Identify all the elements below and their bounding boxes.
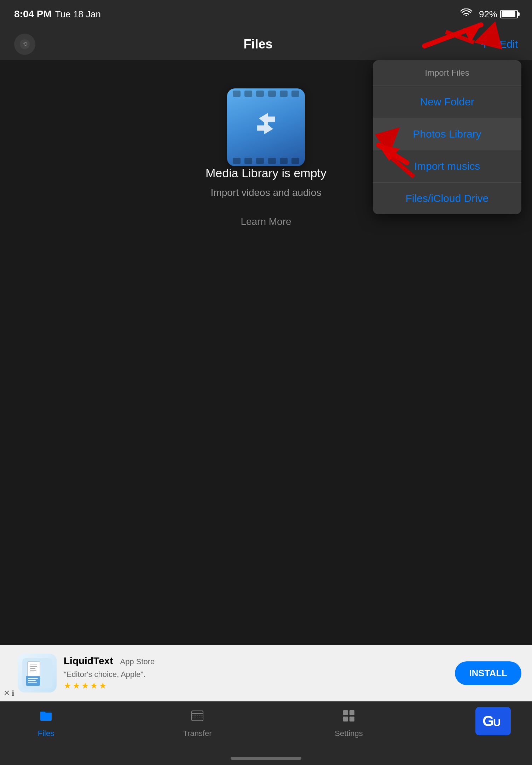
dropdown-header: Import Files <box>373 60 521 86</box>
battery-icon <box>500 10 518 18</box>
battery-percent: 92% <box>479 9 497 20</box>
svg-rect-18 <box>28 678 38 679</box>
film-notch <box>256 91 264 97</box>
tab-files[interactable]: Files <box>21 709 71 738</box>
star-4: ★ <box>90 681 98 691</box>
svg-rect-29 <box>343 717 348 721</box>
svg-rect-15 <box>30 670 36 671</box>
star-2: ★ <box>73 681 80 691</box>
film-notch <box>291 91 299 97</box>
ad-app-icon <box>18 654 57 692</box>
liquidtext-icon <box>22 658 52 688</box>
photos-library-label: Photos Library <box>413 128 481 140</box>
battery-fill <box>502 11 515 17</box>
home-indicator <box>231 757 301 760</box>
svg-text:U: U <box>493 717 501 728</box>
media-library-icon <box>227 88 305 166</box>
status-bar-left: 8:04 PM Tue 18 Jan <box>14 8 101 20</box>
install-button[interactable]: INSTALL <box>455 661 521 685</box>
status-date: Tue 18 Jan <box>55 9 101 20</box>
ad-banner: ✕ ℹ LiquidText App Store "Editor's choic… <box>0 645 532 701</box>
ad-close-area: ✕ ℹ <box>4 689 15 698</box>
settings-tab-label: Settings <box>335 729 363 738</box>
svg-rect-16 <box>30 672 34 672</box>
swap-arrows-icon <box>248 106 284 149</box>
film-notches-top <box>227 88 305 99</box>
svg-text:⟲: ⟲ <box>23 41 28 47</box>
svg-rect-13 <box>30 666 37 667</box>
svg-rect-28 <box>349 710 354 715</box>
battery-container: 92% <box>479 9 518 20</box>
wifi-icon <box>461 8 472 20</box>
svg-rect-22 <box>40 713 52 721</box>
film-notch <box>244 91 252 97</box>
files-icloud-item[interactable]: Files/iCloud Drive <box>373 182 521 214</box>
tab-settings[interactable]: Settings <box>324 709 374 738</box>
svg-rect-27 <box>343 710 348 715</box>
film-notch <box>268 91 276 97</box>
settings-tab-icon <box>342 709 356 726</box>
ad-content: LiquidText App Store "Editor's choice, A… <box>64 655 448 691</box>
files-tab-icon <box>39 709 53 726</box>
add-button[interactable]: + <box>481 37 489 51</box>
svg-rect-20 <box>28 682 37 683</box>
status-time: 8:04 PM <box>14 8 52 20</box>
star-3: ★ <box>81 681 89 691</box>
empty-subtitle: Import videos and audios <box>211 187 322 198</box>
film-notch <box>280 91 288 97</box>
star-half: ★ <box>99 681 107 691</box>
film-notch <box>233 158 241 164</box>
film-notch <box>280 158 288 164</box>
svg-rect-11 <box>28 662 40 678</box>
svg-rect-12 <box>30 665 37 665</box>
star-1: ★ <box>64 681 71 691</box>
nav-bar: ⟲ Files + Edit <box>0 28 532 60</box>
film-notches-bottom <box>227 156 305 166</box>
ad-info-button[interactable]: ℹ <box>12 689 15 697</box>
film-notch <box>256 158 264 164</box>
ad-stars: ★ ★ ★ ★ ★ <box>64 681 448 691</box>
film-notch <box>268 158 276 164</box>
svg-text:G: G <box>482 713 494 729</box>
ad-tagline: "Editor's choice, Apple". <box>64 670 448 679</box>
files-icloud-label: Files/iCloud Drive <box>405 192 488 204</box>
status-bar-right: 92% <box>461 8 518 20</box>
status-bar: 8:04 PM Tue 18 Jan 92% <box>0 0 532 28</box>
ad-app-name: LiquidText <box>64 655 113 667</box>
import-musics-label: Import musics <box>414 160 480 172</box>
tab-transfer[interactable]: Transfer <box>173 709 222 738</box>
empty-title: Media Library is empty <box>206 166 326 180</box>
import-musics-item[interactable]: Import musics <box>373 150 521 182</box>
brand-logo: G U <box>475 707 511 735</box>
files-tab-label: Files <box>38 729 54 738</box>
transfer-tab-label: Transfer <box>183 729 212 738</box>
nav-right: + Edit <box>481 37 518 51</box>
learn-more-button[interactable]: Learn More <box>241 216 291 227</box>
ad-close-button[interactable]: ✕ <box>4 689 10 698</box>
tab-bar: Files Transfer Settings G U <box>0 701 532 765</box>
film-notch <box>233 91 241 97</box>
photos-library-item[interactable]: Photos Library <box>373 118 521 150</box>
nav-title: Files <box>243 37 272 52</box>
new-folder-label: New Folder <box>420 96 474 108</box>
film-notch <box>291 158 299 164</box>
dropdown-header-text: Import Files <box>425 68 469 77</box>
ad-store-label: App Store <box>120 657 155 666</box>
svg-rect-19 <box>28 680 36 681</box>
film-notch <box>244 158 252 164</box>
new-folder-item[interactable]: New Folder <box>373 86 521 118</box>
svg-rect-14 <box>30 668 35 669</box>
edit-button[interactable]: Edit <box>499 38 518 50</box>
transfer-tab-icon <box>190 709 204 726</box>
dropdown-menu: Import Files New Folder Photos Library I… <box>373 60 521 214</box>
back-button[interactable]: ⟲ <box>14 34 35 55</box>
svg-rect-30 <box>349 717 354 721</box>
